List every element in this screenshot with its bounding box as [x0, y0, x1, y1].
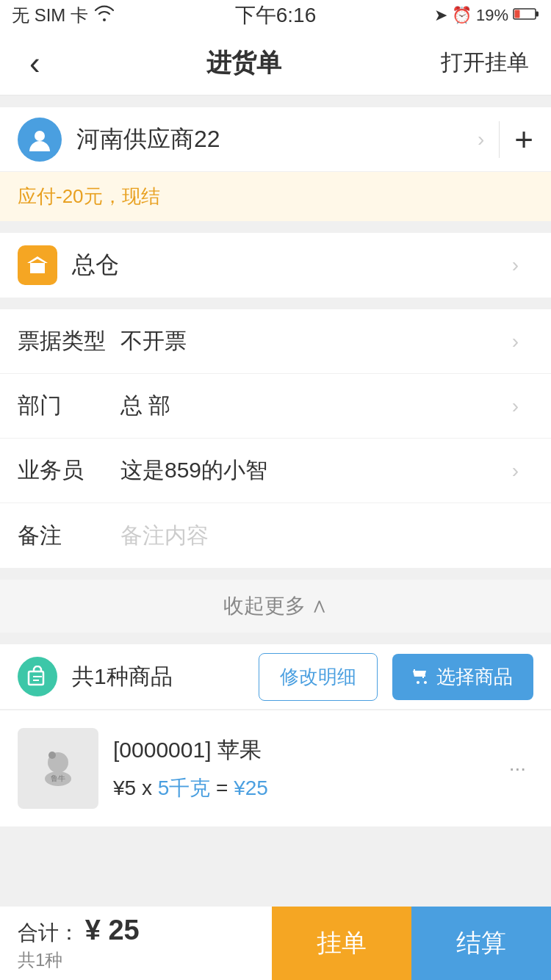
product-count-text: 共1种商品: [72, 662, 244, 692]
status-right: ➤ ⏰ 19%: [434, 6, 539, 25]
hang-button[interactable]: 挂单: [272, 907, 411, 980]
checkout-button[interactable]: 结算: [411, 907, 551, 980]
svg-rect-1: [536, 12, 539, 17]
total-label: 合计：: [18, 921, 79, 944]
remark-row[interactable]: 备注 备注内容: [0, 503, 551, 568]
svg-rect-5: [29, 671, 43, 685]
battery-icon: [513, 6, 539, 25]
total-sub: 共1种: [18, 948, 254, 972]
supplier-chevron-icon: ›: [478, 128, 484, 151]
select-product-button[interactable]: 选择商品: [392, 654, 533, 700]
edit-detail-button[interactable]: 修改明细: [259, 653, 378, 701]
page-title: 进货单: [206, 46, 281, 80]
status-time: 下午6:16: [235, 1, 317, 29]
status-left: 无 SIM 卡: [12, 4, 115, 27]
salesman-row[interactable]: 业务员 这是859的小智 ›: [0, 439, 551, 503]
supplier-avatar: [18, 118, 62, 162]
remark-label: 备注: [18, 521, 120, 551]
wifi-icon: [94, 5, 115, 26]
salesman-label: 业务员: [18, 455, 120, 486]
svg-point-11: [48, 752, 56, 759]
department-row[interactable]: 部门 总 部 ›: [0, 374, 551, 439]
select-product-label: 选择商品: [436, 664, 513, 690]
total-row: 合计： ¥ 25: [18, 915, 254, 947]
notice-bar: 应付-20元，现结: [0, 172, 551, 221]
cart-icon: [413, 668, 431, 685]
department-label: 部门: [18, 391, 120, 421]
product-item: 鲁牛 [0000001] 苹果 ¥5 x 5千克 = ¥25 ···: [0, 710, 551, 826]
total-amount: ¥ 25: [85, 915, 140, 945]
back-button[interactable]: ‹: [22, 37, 48, 89]
svg-rect-4: [34, 267, 41, 273]
alarm-icon: ⏰: [452, 6, 472, 25]
more-button[interactable]: ···: [502, 749, 533, 788]
warehouse-row[interactable]: 总仓 ›: [0, 233, 551, 298]
salesman-chevron-icon: ›: [512, 459, 519, 483]
invoice-label: 票据类型: [18, 326, 120, 356]
total-price: ¥25: [234, 777, 268, 799]
location-icon: ➤: [434, 6, 447, 25]
warehouse-chevron-icon: ›: [512, 253, 519, 277]
department-chevron-icon: ›: [512, 394, 519, 418]
status-bar: 无 SIM 卡 下午6:16 ➤ ⏰ 19%: [0, 0, 551, 31]
supplier-section: 河南供应商22 › + 应付-20元，现结: [0, 107, 551, 221]
bottom-bar: 合计： ¥ 25 共1种 挂单 结算: [0, 907, 551, 980]
supplier-row[interactable]: 河南供应商22 › +: [0, 107, 551, 172]
form-section: 票据类型 不开票 › 部门 总 部 › 业务员 这是859的小智 › 备注 备注…: [0, 309, 551, 568]
total-section: 合计： ¥ 25 共1种: [0, 915, 272, 972]
product-info: [0000001] 苹果 ¥5 x 5千克 = ¥25: [113, 735, 487, 802]
content: 河南供应商22 › + 应付-20元，现结 总仓 › 票据类型 不开票: [0, 107, 551, 826]
collapse-label: 收起更多 ∧: [223, 592, 328, 620]
battery-label: 19%: [476, 6, 508, 25]
invoice-row[interactable]: 票据类型 不开票 ›: [0, 309, 551, 374]
notice-text: 应付-20元，现结: [18, 185, 160, 207]
quantity: 5千克: [158, 777, 211, 799]
warehouse-section: 总仓 ›: [0, 233, 551, 298]
invoice-chevron-icon: ›: [512, 330, 519, 353]
department-value: 总 部: [120, 391, 512, 421]
unit-price: ¥5 x: [113, 777, 158, 799]
open-hang-button[interactable]: 打开挂单: [441, 48, 529, 78]
supplier-name: 河南供应商22: [76, 123, 478, 156]
product-image: 鲁牛: [18, 728, 98, 809]
product-header: 共1种商品 修改明细 选择商品: [0, 644, 551, 709]
collapse-bar[interactable]: 收起更多 ∧: [0, 580, 551, 633]
warehouse-icon: [18, 245, 57, 285]
nav-bar: ‹ 进货单 打开挂单: [0, 31, 551, 96]
product-count-icon: [18, 657, 57, 696]
sim-status: 无 SIM 卡: [12, 4, 88, 27]
salesman-value: 这是859的小智: [120, 455, 512, 486]
warehouse-name: 总仓: [72, 249, 512, 281]
add-supplier-icon[interactable]: +: [499, 121, 533, 158]
remark-input[interactable]: 备注内容: [120, 521, 533, 551]
supplier-right: › +: [478, 121, 533, 158]
svg-point-3: [35, 131, 45, 141]
product-name: [0000001] 苹果: [113, 735, 487, 765]
svg-rect-2: [515, 10, 520, 18]
invoice-value: 不开票: [120, 326, 512, 356]
product-code: [0000001] 苹果: [113, 738, 262, 762]
product-price: ¥5 x 5千克 = ¥25: [113, 774, 487, 802]
equals: =: [210, 777, 234, 799]
svg-text:鲁牛: 鲁牛: [51, 774, 65, 782]
